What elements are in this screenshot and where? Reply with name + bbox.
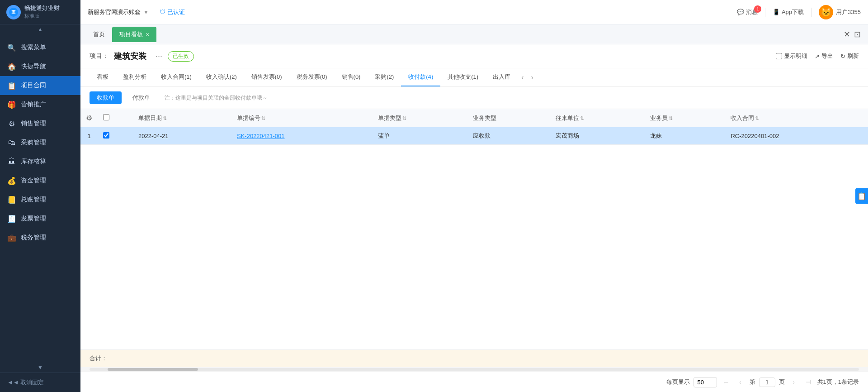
message-icon: 💬 xyxy=(737,9,744,15)
sub-nav-next-arrow[interactable]: › xyxy=(527,69,537,86)
th-partner[interactable]: 往来单位⇅ xyxy=(550,109,645,127)
sidebar-item-purchase[interactable]: 🛍采购管理 xyxy=(0,133,80,152)
nav-label-search: 搜索菜单 xyxy=(21,43,46,52)
message-button[interactable]: 💬 消息 1 xyxy=(737,8,758,16)
subnav-income-confirm[interactable]: 收入确认(2) xyxy=(199,68,244,86)
export-button[interactable]: ↗ 导出 xyxy=(815,52,833,60)
message-badge: 1 xyxy=(754,5,761,13)
th-bill-no[interactable]: 单据编号⇅ xyxy=(231,109,373,127)
tab-home[interactable]: 首页 xyxy=(88,27,110,42)
table-body: 1 2022-04-21 SK-20220421-001 蓝单 应收款 宏茂商场… xyxy=(80,127,868,145)
th-biz-type: 业务类型 xyxy=(467,109,550,127)
refresh-button[interactable]: ↻ 刷新 xyxy=(840,52,859,60)
subnav-tax-invoice[interactable]: 税务发票(0) xyxy=(289,68,335,86)
td-row-num: 1 xyxy=(80,127,98,145)
sidebar-item-quick-nav[interactable]: 🏠快捷导航 xyxy=(0,57,80,76)
td-check xyxy=(98,127,115,145)
app-logo xyxy=(6,5,21,19)
subnav-profit[interactable]: 盈利分析 xyxy=(116,68,154,86)
sidebar-item-search[interactable]: 🔍搜索菜单 xyxy=(0,38,80,57)
table-row[interactable]: 1 2022-04-21 SK-20220421-001 蓝单 应收款 宏茂商场… xyxy=(80,127,868,145)
tab-payment[interactable]: 付款单 xyxy=(125,91,157,104)
th-salesperson[interactable]: 业务员⇅ xyxy=(645,109,725,127)
table-header: ⚙ 单据日期⇅ 单据编号⇅ 单据类型⇅ xyxy=(80,109,868,127)
sub-nav: 看板 盈利分析 收入合同(1) 收入确认(2) 销售发票(0) 税务发票(0) … xyxy=(80,68,868,87)
last-page-button[interactable]: ⊣ xyxy=(803,377,814,387)
sidebar-unpin-button[interactable]: ◄◄ 取消固定 xyxy=(0,373,80,392)
nav-label-purchase: 采购管理 xyxy=(21,139,46,147)
subnav-in-out[interactable]: 出入库 xyxy=(486,68,518,86)
nav-label-project-contract: 项目合同 xyxy=(21,81,46,90)
sidebar-item-inventory[interactable]: 🏛库存核算 xyxy=(0,152,80,171)
table-footer: 合计： xyxy=(80,349,868,367)
tab-project-dashboard[interactable]: 项目看板 × xyxy=(112,27,156,42)
table-wrapper: ⚙ 单据日期⇅ 单据编号⇅ 单据类型⇅ xyxy=(80,109,868,349)
sidebar-item-marketing[interactable]: 🎁营销推广 xyxy=(0,95,80,114)
show-detail-input[interactable] xyxy=(776,53,782,59)
subnav-sales-invoice[interactable]: 销售发票(0) xyxy=(244,68,289,86)
sidebar-item-ledger[interactable]: 📒总账管理 xyxy=(0,190,80,209)
user-menu-button[interactable]: 🐱 用户3355 xyxy=(819,5,861,19)
show-detail-checkbox[interactable]: 显示明细 xyxy=(776,52,807,60)
subnav-income-contract[interactable]: 收入合同(1) xyxy=(154,68,199,86)
close-tab-icon[interactable]: × xyxy=(146,31,149,38)
close-window-button[interactable]: ✕ xyxy=(844,30,850,38)
td-bill-type: 蓝单 xyxy=(373,127,467,145)
sidebar-item-tax[interactable]: 💼税务管理 xyxy=(0,228,80,247)
th-check xyxy=(98,109,115,127)
next-page-button[interactable]: › xyxy=(788,377,799,387)
subnav-dashboard[interactable]: 看板 xyxy=(90,68,116,86)
th-income-contract[interactable]: 收入合同⇅ xyxy=(725,109,868,127)
horizontal-scrollbar[interactable] xyxy=(80,367,868,372)
subnav-sales[interactable]: 销售(0) xyxy=(335,68,368,86)
page-input[interactable] xyxy=(759,378,775,387)
expand-window-button[interactable]: ⊡ xyxy=(854,30,861,38)
project-name: 建筑安装 xyxy=(114,51,146,62)
sidebar-item-finance[interactable]: 💰资金管理 xyxy=(0,171,80,190)
per-page-label: 每页显示 xyxy=(666,378,690,386)
prev-page-button[interactable]: ‹ xyxy=(735,377,746,387)
sidebar-item-invoice[interactable]: 🧾发票管理 xyxy=(0,209,80,228)
project-label: 项目： xyxy=(90,52,108,60)
project-more-button[interactable]: ··· xyxy=(156,52,162,61)
sidebar-scroll-down[interactable]: ▼ xyxy=(0,363,80,373)
topbar-right: 💬 消息 1 📱 App下载 🐱 用户3355 xyxy=(737,5,861,19)
account-selector[interactable]: 新服务官网演示账套 ▼ xyxy=(88,8,149,16)
refresh-label: 刷新 xyxy=(847,52,859,60)
per-page-select[interactable]: 50 10 20 100 xyxy=(693,377,717,387)
sidebar-item-project-contract[interactable]: 📋项目合同 xyxy=(0,76,80,95)
sidebar-item-sales[interactable]: ⚙销售管理 xyxy=(0,114,80,133)
subnav-other-expense[interactable]: 其他收支(1) xyxy=(440,68,486,86)
nav-label-marketing: 营销推广 xyxy=(21,100,46,109)
sub-nav-prev-arrow[interactable]: ‹ xyxy=(518,69,527,86)
subnav-receipts[interactable]: 收付款(4) xyxy=(401,68,440,86)
scrollbar-thumb[interactable] xyxy=(108,368,198,371)
nav-icon-inventory: 🏛 xyxy=(7,157,16,166)
nav-label-invoice: 发票管理 xyxy=(21,215,46,223)
sidebar-scroll-up[interactable]: ▲ xyxy=(0,24,80,34)
first-page-button[interactable]: ⊢ xyxy=(721,377,731,387)
app-title: 畅捷通好业财 xyxy=(24,5,60,12)
column-settings-button[interactable]: ⚙ xyxy=(86,114,92,122)
app-edition: 标准版 xyxy=(24,13,60,19)
row-checkbox[interactable] xyxy=(103,132,109,139)
main-content: 新服务官网演示账套 ▼ 🛡 已认证 💬 消息 1 📱 App下载 🐱 用 xyxy=(80,0,868,392)
project-actions: 显示明细 ↗ 导出 ↻ 刷新 xyxy=(776,52,859,60)
right-float-button[interactable]: 📋 xyxy=(855,188,868,204)
th-date[interactable]: 单据日期⇅ xyxy=(133,109,231,127)
th-bill-type[interactable]: 单据类型⇅ xyxy=(373,109,467,127)
th-settings: ⚙ xyxy=(80,109,98,127)
subnav-purchase[interactable]: 采购(2) xyxy=(368,68,401,86)
app-download-button[interactable]: 📱 App下载 xyxy=(773,8,804,16)
select-all-checkbox[interactable] xyxy=(103,114,109,120)
shield-icon: 🛡 xyxy=(160,9,165,15)
page-label: 第 xyxy=(750,378,755,386)
sort-icon-partner: ⇅ xyxy=(580,115,584,121)
bill-no-link[interactable]: SK-20220421-001 xyxy=(237,133,285,139)
chevron-down-icon: ▼ xyxy=(143,9,149,15)
app-download-label: App下载 xyxy=(782,8,804,16)
nav-icon-project-contract: 📋 xyxy=(7,81,16,90)
inner-tab-note: 注：这里是与项目关联的全部收付款单哦～ xyxy=(165,94,268,102)
tab-receipt[interactable]: 收款单 xyxy=(90,91,122,104)
sort-icon-salesperson: ⇅ xyxy=(669,115,673,121)
